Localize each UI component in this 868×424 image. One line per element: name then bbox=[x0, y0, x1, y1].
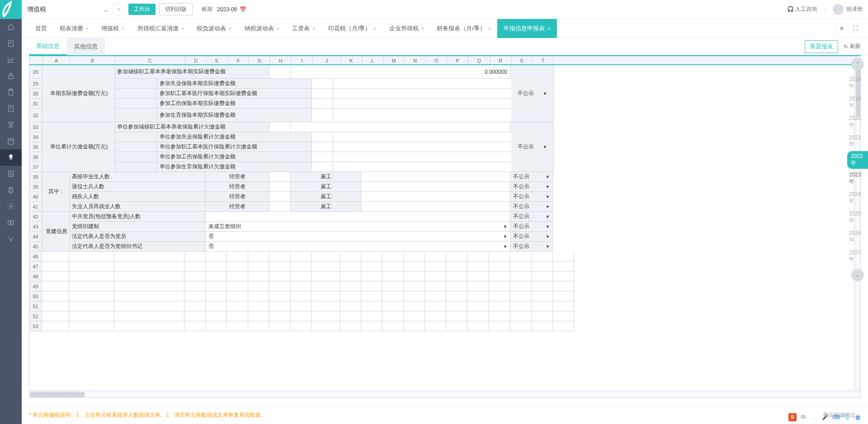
row-header[interactable]: 45 bbox=[29, 242, 42, 252]
col-G[interactable]: G bbox=[249, 56, 270, 65]
row-header[interactable]: 36 bbox=[29, 152, 42, 162]
cell[interactable]: 经营者 bbox=[206, 182, 269, 192]
cell[interactable]: 法定代表人是否为党员 bbox=[69, 232, 206, 242]
year-2019年[interactable]: 2019年 bbox=[847, 93, 868, 112]
row-header[interactable]: 53 bbox=[29, 321, 42, 331]
ime-mic-icon[interactable]: 🎤 bbox=[821, 413, 829, 421]
cell[interactable] bbox=[361, 202, 510, 212]
calendar-icon[interactable]: 📅 bbox=[240, 6, 246, 13]
cell[interactable]: 高校毕业生人数 bbox=[69, 172, 206, 182]
nav-chart[interactable] bbox=[0, 52, 22, 68]
close-icon[interactable]: × bbox=[277, 26, 279, 31]
row-header[interactable]: 48 bbox=[29, 272, 42, 281]
row-header[interactable]: 38 bbox=[29, 172, 42, 182]
close-icon[interactable]: × bbox=[312, 26, 315, 31]
year-2026年[interactable]: 2026年 bbox=[847, 227, 868, 247]
merged-cell[interactable]: 本期实际缴费金额(万元) bbox=[43, 65, 115, 122]
refresh-button[interactable]: ↻ 刷新 bbox=[844, 43, 861, 50]
spreadsheet-grid[interactable]: 28本期实际缴费金额(万元)参加城镇职工基本养老保险本期实际缴费金额0.0000… bbox=[29, 65, 861, 389]
cell[interactable] bbox=[312, 89, 333, 99]
cell[interactable] bbox=[361, 182, 510, 192]
cell[interactable] bbox=[312, 132, 333, 142]
list-icon-button[interactable]: ≡ bbox=[112, 3, 125, 16]
cell[interactable] bbox=[312, 109, 333, 122]
nav-doc[interactable] bbox=[0, 35, 22, 52]
switch-version-button[interactable]: 切到旧版 bbox=[159, 3, 193, 15]
year-up[interactable]: ⌃ bbox=[851, 58, 864, 71]
subtab-other[interactable]: 其他信息 bbox=[67, 38, 105, 55]
cell[interactable]: 残疾人人数 bbox=[69, 192, 206, 202]
cell[interactable] bbox=[269, 202, 291, 212]
cell[interactable] bbox=[312, 152, 333, 162]
tab-增值税[interactable]: 增值税× bbox=[95, 19, 131, 38]
col-A[interactable]: A bbox=[43, 56, 70, 65]
nav-home[interactable] bbox=[0, 19, 22, 35]
col-F[interactable]: F bbox=[228, 56, 249, 65]
cell[interactable]: 不公示▼ bbox=[510, 212, 553, 222]
cell[interactable] bbox=[312, 99, 333, 109]
cell[interactable]: 经营者 bbox=[206, 172, 269, 182]
tab-工资表[interactable]: 工资表× bbox=[286, 19, 321, 38]
tab-close-all[interactable]: ✕ bbox=[835, 23, 847, 34]
year-down[interactable]: ⌄ bbox=[851, 269, 864, 281]
close-icon[interactable]: × bbox=[181, 26, 184, 31]
year-2022年[interactable]: 2022年 bbox=[847, 151, 868, 169]
close-icon[interactable]: × bbox=[488, 26, 491, 31]
cell[interactable]: 中共党员(包括预备党员)人数 bbox=[69, 212, 206, 222]
col-Q[interactable]: Q bbox=[468, 56, 490, 65]
row-header[interactable]: 40 bbox=[29, 192, 42, 202]
row-header[interactable]: 39 bbox=[29, 182, 42, 192]
tab-税负波动表[interactable]: 税负波动表× bbox=[190, 19, 238, 38]
year-2021年[interactable]: 2021年 bbox=[847, 132, 868, 151]
cell[interactable]: 经营者 bbox=[206, 202, 269, 212]
cell[interactable]: 不公示▼ bbox=[510, 182, 553, 192]
cell[interactable]: 经营者 bbox=[206, 192, 269, 202]
cell[interactable]: 参加失业保险本期实际缴费金额 bbox=[157, 79, 312, 89]
consult-link[interactable]: 🎧 人工咨询 bbox=[787, 5, 817, 13]
cell[interactable]: 失业人员再就业人数 bbox=[69, 202, 206, 212]
nav-money[interactable] bbox=[0, 68, 22, 84]
ime-skin-icon[interactable]: 👕 bbox=[843, 413, 851, 421]
close-icon[interactable]: × bbox=[122, 26, 124, 31]
merged-cell[interactable]: 单位累计欠缴金额(万元) bbox=[43, 122, 115, 172]
nav-stamp[interactable] bbox=[0, 117, 22, 133]
cell[interactable]: 单位参加失业保险累计欠缴金额 bbox=[157, 132, 312, 142]
row-header[interactable]: 32 bbox=[29, 109, 42, 122]
year-2025年[interactable]: 2025年 bbox=[847, 208, 868, 227]
cell[interactable]: 雇工 bbox=[291, 202, 361, 212]
ime-sogou-icon[interactable]: S bbox=[788, 413, 797, 421]
nav-calc[interactable] bbox=[0, 100, 22, 117]
col-O[interactable]: O bbox=[426, 56, 447, 65]
tab-expand[interactable]: ⛶ bbox=[849, 23, 861, 34]
ime-lang[interactable]: 中 bbox=[799, 413, 807, 421]
module-dropdown[interactable]: 增值税 ⌄ bbox=[27, 5, 108, 14]
tab-年报信息申报表[interactable]: 年报信息申报表× bbox=[497, 19, 557, 38]
tab-财务报表（月/季）[interactable]: 财务报表（月/季）× bbox=[430, 19, 497, 38]
cell[interactable]: 否▼ bbox=[206, 242, 510, 252]
cell[interactable]: 单位参加职工基本医疗保险累计欠缴金额 bbox=[157, 142, 312, 152]
row-header[interactable]: 30 bbox=[29, 89, 42, 99]
tab-印花税（月/季）[interactable]: 印花税（月/季）× bbox=[322, 19, 383, 38]
horizontal-scrollbar[interactable] bbox=[29, 391, 861, 398]
year-2024年[interactable]: 2024年 bbox=[847, 188, 868, 208]
ime-grid-icon[interactable]: ▦ bbox=[854, 413, 862, 421]
cell[interactable]: 单位参加城镇职工基本养老保险累计欠缴金额 bbox=[114, 122, 269, 132]
row-header[interactable]: 41 bbox=[29, 202, 42, 212]
cell[interactable]: 退役士兵人数 bbox=[69, 182, 206, 192]
row-header[interactable]: 31 bbox=[29, 99, 42, 109]
cell[interactable]: 否▼ bbox=[206, 232, 510, 242]
cell[interactable] bbox=[312, 79, 333, 89]
merged-cell[interactable]: 其中： bbox=[43, 172, 70, 212]
merged-cell[interactable]: 不公示▼ bbox=[511, 122, 554, 172]
cell[interactable]: 雇工 bbox=[291, 182, 361, 192]
cell[interactable] bbox=[312, 162, 333, 172]
cell[interactable] bbox=[361, 172, 510, 182]
cell[interactable]: 参加工伤保险本期实际缴费金额 bbox=[157, 99, 312, 109]
col-R[interactable]: R bbox=[490, 56, 511, 65]
cell[interactable]: 单位参加生育保险累计欠缴金额 bbox=[157, 162, 312, 172]
cell[interactable] bbox=[269, 122, 291, 132]
tab-纳税波动表[interactable]: 纳税波动表× bbox=[238, 19, 286, 38]
cell[interactable]: 不公示▼ bbox=[510, 222, 553, 232]
cell[interactable] bbox=[269, 172, 291, 182]
nav-clipboard[interactable] bbox=[0, 84, 22, 100]
